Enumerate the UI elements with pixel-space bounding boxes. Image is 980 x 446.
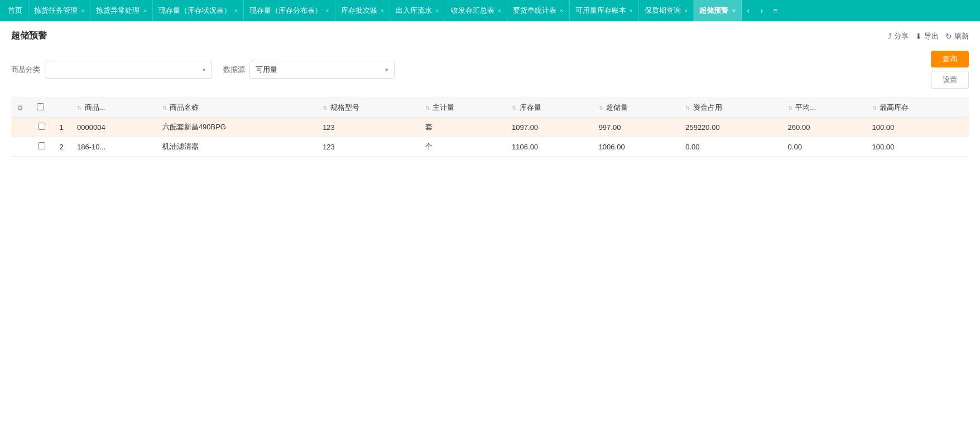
overstock-cell: 997.00 bbox=[593, 118, 680, 137]
close-icon[interactable]: × bbox=[498, 7, 501, 14]
avg-price-col-header[interactable]: ⇅ 平均... bbox=[782, 98, 867, 118]
nav-more-arrow[interactable]: ≡ bbox=[768, 0, 782, 21]
datasource-select[interactable]: 可用量 ▾ bbox=[249, 61, 395, 79]
chevron-down-icon: ▾ bbox=[385, 66, 388, 74]
nav-inventory-distribution[interactable]: 现存量（库存分布表） × bbox=[244, 0, 335, 21]
category-select[interactable]: ▾ bbox=[45, 61, 212, 79]
nav-in-out-flow[interactable]: 出入库流水 × bbox=[390, 0, 445, 21]
stock-cell: 1097.00 bbox=[506, 118, 593, 137]
nav-summary-table[interactable]: 收发存汇总表 × bbox=[445, 0, 507, 21]
nav-inventory-status[interactable]: 现存量（库存状况表） × bbox=[153, 0, 244, 21]
close-icon[interactable]: × bbox=[81, 7, 84, 14]
overstock-col-header[interactable]: ⇅ 超储量 bbox=[593, 98, 680, 118]
nav-prev-arrow[interactable]: ‹ bbox=[742, 0, 755, 21]
row-checkbox-cell[interactable] bbox=[31, 118, 51, 137]
close-icon[interactable]: × bbox=[630, 7, 633, 14]
product-code-cell: 186-10... bbox=[71, 137, 157, 157]
action-buttons: 查询 设置 bbox=[931, 51, 969, 89]
row-checkbox[interactable] bbox=[38, 142, 45, 149]
checkbox-col-header bbox=[31, 98, 51, 118]
product-name-cell: 机油滤清器 bbox=[157, 137, 317, 157]
close-icon[interactable]: × bbox=[732, 7, 735, 14]
sort-icon: ⇅ bbox=[77, 105, 81, 111]
sort-icon: ⇅ bbox=[512, 105, 516, 111]
nav-batch-account[interactable]: 库存批次账 × bbox=[335, 0, 390, 21]
export-icon: ⬇ bbox=[915, 32, 922, 41]
sort-icon: ⇅ bbox=[685, 105, 690, 111]
unit-col-header[interactable]: ⇅ 主计量 bbox=[420, 98, 507, 118]
export-button[interactable]: ⬇ 导出 bbox=[915, 31, 939, 41]
table-row: 2 186-10... 机油滤清器 123 个 1106.00 1006.00 … bbox=[11, 137, 969, 157]
close-icon[interactable]: × bbox=[560, 7, 563, 14]
close-icon[interactable]: × bbox=[381, 7, 384, 14]
refresh-icon: ↻ bbox=[945, 32, 952, 41]
stock-cell: 1106.00 bbox=[506, 137, 593, 157]
nav-task-management[interactable]: 拣货任务管理 × bbox=[28, 0, 90, 21]
row-num-cell: 1 bbox=[51, 118, 71, 137]
datasource-filter: 数据源 可用量 ▾ bbox=[223, 61, 395, 79]
product-name-cell: 六配套新昌490BPG bbox=[157, 118, 317, 137]
nav-available-ledger[interactable]: 可用量库存账本 × bbox=[570, 0, 639, 21]
sort-icon: ⇅ bbox=[425, 105, 430, 111]
top-nav: 首页 拣货任务管理 × 拣货异常处理 × 现存量（库存状况表） × 现存量（库存… bbox=[0, 0, 980, 21]
share-button[interactable]: ⤴ 分享 bbox=[888, 31, 909, 41]
capital-cell: 0.00 bbox=[680, 137, 782, 157]
nav-overstock-warning[interactable]: 超储预警 × bbox=[694, 0, 741, 21]
datasource-label: 数据源 bbox=[223, 65, 245, 75]
data-table: ⚙ ⇅ 商品... ⇅ 商品名称 ⇅ 规格型号 bbox=[11, 98, 969, 157]
row-gear-cell bbox=[11, 118, 31, 137]
num-col-header bbox=[51, 98, 71, 118]
nav-demand-stats[interactable]: 要货单统计表 × bbox=[507, 0, 569, 21]
page-container: 超储预警 ⤴ 分享 ⬇ 导出 ↻ 刷新 商品分类 ▾ 数据源 bbox=[0, 21, 980, 446]
sort-icon: ⇅ bbox=[872, 105, 877, 111]
nav-next-arrow[interactable]: › bbox=[755, 0, 768, 21]
header-actions: ⤴ 分享 ⬇ 导出 ↻ 刷新 bbox=[888, 31, 969, 41]
sort-icon: ⇅ bbox=[788, 105, 792, 111]
spec-col-header[interactable]: ⇅ 规格型号 bbox=[317, 98, 419, 118]
datasource-value: 可用量 bbox=[256, 65, 277, 75]
gear-col-header: ⚙ bbox=[11, 98, 31, 118]
product-name-col-header[interactable]: ⇅ 商品名称 bbox=[157, 98, 317, 118]
sort-icon: ⇅ bbox=[599, 105, 603, 111]
close-icon[interactable]: × bbox=[143, 7, 146, 14]
page-title: 超储预警 bbox=[11, 30, 47, 42]
capital-cell: 259220.00 bbox=[680, 118, 782, 137]
table-row: 1 0000004 六配套新昌490BPG 123 套 1097.00 997.… bbox=[11, 118, 969, 137]
avg-price-cell: 0.00 bbox=[782, 137, 867, 157]
chevron-down-icon: ▾ bbox=[203, 66, 206, 74]
avg-price-cell: 260.00 bbox=[782, 118, 867, 137]
row-checkbox[interactable] bbox=[38, 123, 45, 130]
select-all-checkbox[interactable] bbox=[37, 103, 44, 110]
category-filter: 商品分类 ▾ bbox=[11, 61, 212, 79]
share-icon: ⤴ bbox=[888, 32, 892, 41]
close-icon[interactable]: × bbox=[325, 7, 329, 14]
spec-cell: 123 bbox=[317, 118, 419, 137]
filter-row: 商品分类 ▾ 数据源 可用量 ▾ 查询 设置 bbox=[11, 51, 969, 89]
product-code-cell: 0000004 bbox=[71, 118, 157, 137]
close-icon[interactable]: × bbox=[234, 7, 238, 14]
product-code-col-header[interactable]: ⇅ 商品... bbox=[71, 98, 157, 118]
unit-cell: 个 bbox=[420, 137, 507, 157]
query-button[interactable]: 查询 bbox=[931, 51, 969, 67]
nav-home[interactable]: 首页 bbox=[2, 0, 28, 21]
close-icon[interactable]: × bbox=[435, 7, 439, 14]
page-header: 超储预警 ⤴ 分享 ⬇ 导出 ↻ 刷新 bbox=[11, 30, 969, 42]
max-stock-col-header[interactable]: ⇅ 最高库存 bbox=[867, 98, 969, 118]
stock-col-header[interactable]: ⇅ 库存量 bbox=[506, 98, 593, 118]
capital-col-header[interactable]: ⇅ 资金占用 bbox=[680, 98, 782, 118]
gear-icon[interactable]: ⚙ bbox=[17, 104, 23, 112]
settings-button[interactable]: 设置 bbox=[931, 71, 969, 89]
sort-icon: ⇅ bbox=[162, 105, 167, 111]
row-gear-cell bbox=[11, 137, 31, 157]
max-stock-cell: 100.00 bbox=[867, 137, 969, 157]
close-icon[interactable]: × bbox=[684, 7, 688, 14]
row-num-cell: 2 bbox=[51, 137, 71, 157]
spec-cell: 123 bbox=[317, 137, 419, 157]
nav-expiry-query[interactable]: 保质期查询 × bbox=[639, 0, 694, 21]
category-label: 商品分类 bbox=[11, 65, 40, 75]
overstock-cell: 1006.00 bbox=[593, 137, 680, 157]
unit-cell: 套 bbox=[420, 118, 507, 137]
refresh-button[interactable]: ↻ 刷新 bbox=[945, 31, 969, 41]
row-checkbox-cell[interactable] bbox=[31, 137, 51, 157]
nav-exception-handling[interactable]: 拣货异常处理 × bbox=[90, 0, 152, 21]
